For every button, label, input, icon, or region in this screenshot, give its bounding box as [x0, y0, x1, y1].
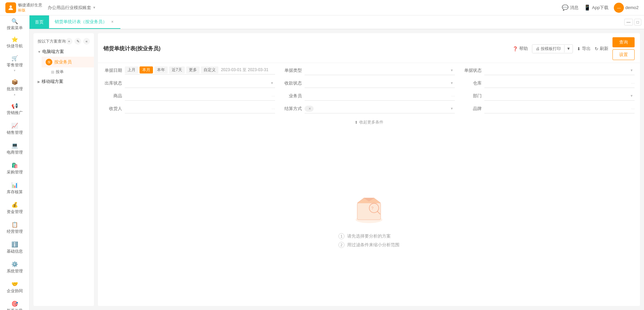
sidebar-item-purchase[interactable]: 🛍️ 采购管理	[0, 159, 29, 178]
out-status-arrow: ▼	[269, 81, 275, 85]
empty-step-2: 2 用过滤条件来缩小分析范围	[338, 242, 399, 248]
sidebar-item-retail[interactable]: 🛒 零售管理 ▼	[0, 52, 29, 75]
star-icon: ⭐	[11, 36, 18, 43]
goods-dots[interactable]: ···	[271, 93, 275, 98]
settlement-clear-tag: ×	[305, 106, 314, 112]
query-button[interactable]: 查询	[612, 37, 635, 47]
out-status-field[interactable]: ▼	[125, 79, 275, 88]
print-dropdown-button[interactable]: ▼	[564, 45, 573, 52]
logo-icon	[5, 2, 16, 13]
page-title: 销货单统计表(按业务员)	[103, 45, 161, 52]
tab-home[interactable]: 首页	[30, 15, 49, 29]
print-main-button[interactable]: 🖨 按模板打印	[532, 45, 564, 53]
guide-icon: 🎯	[11, 301, 18, 307]
user-menu[interactable]: — demo2	[614, 3, 639, 13]
tree-sub-child: ⊞ 按单	[42, 67, 94, 76]
brand-field[interactable]: ···	[484, 104, 635, 113]
wholesale-icon: 📦	[11, 79, 18, 85]
sub-item-icon: ⊞	[51, 70, 54, 74]
sidebar-item-basicinfo[interactable]: ℹ️ 基础信息	[0, 238, 29, 258]
brand-dots[interactable]: ···	[631, 106, 635, 111]
search-form: 单据日期 上月 本月 本年 近7天 更多 自定义 2023-03-01 至 20…	[98, 63, 640, 131]
date-7days[interactable]: 近7天	[169, 66, 185, 73]
message-button[interactable]: 💬 消息	[562, 4, 579, 11]
retail-icon: 🛒	[11, 55, 18, 61]
tree-mobile-section[interactable]: ▶ 移动端方案	[34, 76, 94, 87]
maximize-button[interactable]: □	[634, 19, 641, 25]
ecommerce-icon: 💻	[11, 142, 18, 149]
logo-area: 畅捷通好生意 标版	[5, 2, 42, 13]
app-selector[interactable]: 办公用品行业模拟账套 ▼	[45, 3, 99, 12]
add-scheme-button[interactable]: +	[66, 38, 72, 45]
sidebar-item-sales[interactable]: 📈 销售管理	[0, 119, 29, 139]
date-more[interactable]: 更多	[186, 66, 200, 73]
download-button[interactable]: 📱 App下载	[584, 4, 608, 11]
salesperson-field[interactable]: ···	[305, 91, 455, 101]
sidebar-item-inventory[interactable]: 📊 库存核算	[0, 178, 29, 198]
collection-field[interactable]: ▼	[305, 79, 455, 88]
tree-computer-section[interactable]: ▼ 电脑端方案	[34, 47, 94, 57]
warehouse-dots[interactable]: ···	[631, 81, 635, 86]
recipient-input[interactable]	[125, 105, 271, 112]
sidebar-item-search[interactable]: 🔍 搜索菜单	[0, 15, 29, 34]
export-button[interactable]: ⬇ 导出	[577, 46, 591, 52]
recipient-dots[interactable]: ···	[271, 106, 275, 111]
collapse-scheme-button[interactable]: «	[83, 38, 90, 45]
logo-text: 畅捷通好生意 标版	[18, 3, 42, 13]
recipient-field[interactable]: ···	[125, 104, 275, 113]
date-last-month[interactable]: 上月	[125, 66, 138, 73]
panel-icons: + ✎ «	[66, 38, 90, 45]
svg-point-0	[10, 5, 12, 8]
sidebar-item-operations[interactable]: 📋 经营管理	[0, 218, 29, 238]
doc-status-arrow: ▼	[629, 68, 635, 72]
sidebar-item-cooperation[interactable]: 🤝 企业协同	[0, 277, 29, 297]
date-current-month[interactable]: 本月	[140, 66, 153, 73]
settlement-field[interactable]: × ▼	[305, 104, 455, 113]
tab-bar: 首页 销货单统计表（按业务员） × — □	[30, 15, 644, 29]
tab-close-button[interactable]: ×	[110, 19, 115, 24]
settlement-arrow: ▼	[449, 107, 455, 110]
content-area: 首页 销货单统计表（按业务员） × — □ 按以下方案查询 + ✎ «	[30, 15, 644, 310]
goods-field[interactable]: ···	[125, 91, 275, 101]
doc-status-field[interactable]: ▼	[484, 66, 635, 75]
minimize-button[interactable]: —	[624, 19, 633, 25]
sidebar-item-ecommerce[interactable]: 💻 电商管理	[0, 139, 29, 159]
warehouse-field[interactable]: ···	[484, 79, 635, 88]
form-row-2: 出库状态 ▼ 收款状态 ▼ 仓库 ···	[103, 79, 635, 88]
date-current-year[interactable]: 本年	[154, 66, 168, 73]
salesperson-dots[interactable]: ···	[451, 93, 455, 98]
doc-type-field[interactable]: ▼	[305, 66, 455, 75]
search-icon: 🔍	[11, 18, 18, 24]
tree-item-by-doc[interactable]: ⊞ 按单	[47, 67, 94, 76]
date-custom[interactable]: 自定义	[201, 66, 218, 73]
sidebar-item-marketing[interactable]: 📢 营销推广	[0, 99, 29, 119]
sidebar-item-quicknav[interactable]: ⭐ 快捷导航	[0, 34, 29, 52]
form-row-1: 单据日期 上月 本月 本年 近7天 更多 自定义 2023-03-01 至 20…	[103, 66, 635, 75]
empty-state: ? 1 请先选择要分析的方案 2 用过滤条件来缩小分析范围	[98, 131, 640, 306]
sidebar-item-system[interactable]: ⚙️ 系统管理	[0, 258, 29, 277]
tab-sales-stats[interactable]: 销货单统计表（按业务员） ×	[49, 15, 120, 29]
topbar-right: 💬 消息 📱 App下载 — demo2	[562, 3, 639, 13]
marketing-icon: 📢	[11, 103, 18, 109]
department-field[interactable]: ▼	[484, 91, 635, 101]
print-icon: 🖨	[536, 46, 540, 51]
help-button[interactable]: ❓ 帮助	[513, 46, 528, 52]
main-layout: 🔍 搜索菜单 ⭐ 快捷导航 🛒 零售管理 ▼ 📦 批发管理 ▲ 📢 营销推广 📈…	[0, 15, 644, 310]
sales-icon: 📈	[11, 122, 18, 129]
sidebar-item-wholesale[interactable]: 📦 批发管理 ▲	[0, 75, 29, 99]
refresh-icon: ↻	[595, 46, 598, 51]
operations-icon: 📋	[11, 221, 18, 228]
collapse-conditions-button[interactable]: ⬆ 收起更多条件	[103, 117, 635, 128]
department-arrow: ▼	[629, 94, 635, 98]
refresh-button[interactable]: ↻ 刷新	[595, 46, 608, 52]
settings-button[interactable]: 设置	[612, 49, 635, 60]
date-field: 上月 本月 本年 近7天 更多 自定义 2023-03-01 至 2023-03…	[125, 66, 275, 74]
tree-item-salesperson[interactable]: 按 按业务员	[42, 57, 94, 67]
panel-header: 按以下方案查询 + ✎ «	[34, 36, 94, 47]
edit-scheme-button[interactable]: ✎	[74, 38, 81, 45]
sidebar-item-guide[interactable]: 🎯 新手引导	[0, 297, 29, 310]
settlement-clear-button[interactable]: ×	[309, 106, 311, 111]
empty-illustration: ?	[349, 189, 389, 229]
sidebar-item-finance[interactable]: 💰 资金管理	[0, 198, 29, 218]
tree-child-area: 按 按业务员 ⊞ 按单	[34, 57, 94, 76]
